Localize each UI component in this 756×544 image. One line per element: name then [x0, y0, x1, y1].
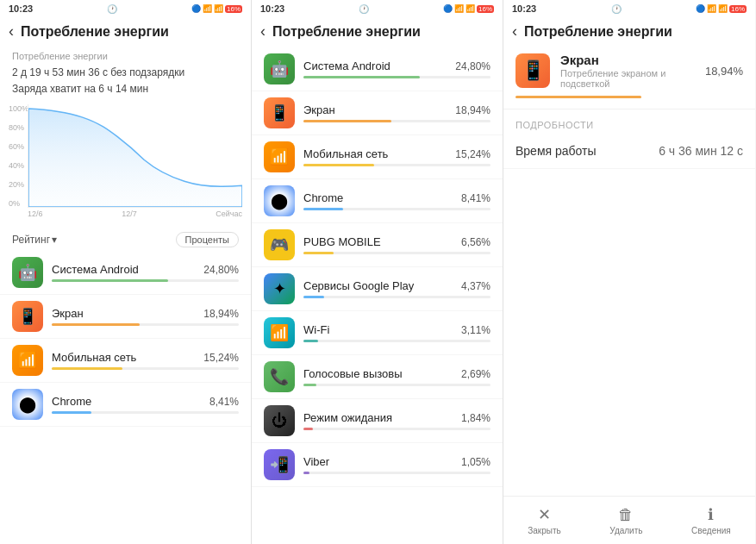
list-item[interactable]: 📱 Экран 18,94%	[252, 91, 503, 135]
list-item[interactable]: 📞 Голосовые вызовы 2,69%	[252, 355, 503, 399]
progress-bg-3	[52, 411, 239, 414]
app-info-7: Голосовые вызовы 2,69%	[303, 367, 490, 386]
app-icon-2: 📶	[264, 141, 295, 172]
app-icon-6: 📶	[264, 317, 295, 348]
progress-bg-1	[52, 323, 239, 326]
app-info-6: Wi-Fi 3,11%	[303, 323, 490, 342]
detail-app-icon: 📱	[515, 53, 550, 88]
app-icon-9: 📲	[264, 449, 295, 480]
detail-app-info: Экран Потребление экраном и подсветкой	[560, 53, 705, 89]
app-name-0: Система Android	[303, 59, 390, 72]
list-item[interactable]: 📶 Мобильная сеть 15,24%	[0, 339, 251, 383]
app-list-2: 🤖 Система Android 24,80% 📱 Экран 18,94%	[252, 47, 503, 544]
close-button[interactable]: ✕ Закрыть	[528, 505, 561, 535]
progress-bg-9	[303, 472, 490, 474]
status-icons-2: 🔵 📶 📶 16%	[443, 4, 494, 13]
list-item[interactable]: 📶 Wi-Fi 3,11%	[252, 311, 503, 355]
app-percent-3: 8,41%	[209, 396, 239, 408]
header-3: ‹ Потребление энергии	[503, 17, 755, 47]
list-item[interactable]: ✦ Сервисы Google Play 4,37%	[252, 267, 503, 311]
app-name-6: Wi-Fi	[303, 323, 329, 336]
app-name-row-6: Wi-Fi 3,11%	[303, 323, 490, 336]
list-item[interactable]: ⬤ Chrome 8,41%	[252, 179, 503, 223]
percent-button[interactable]: Проценты	[176, 232, 239, 247]
app-name-7: Голосовые вызовы	[303, 367, 403, 380]
app-icon-8: ⏻	[264, 405, 295, 436]
work-time-label: Время работы	[515, 144, 597, 158]
progress-fill-4	[303, 252, 334, 254]
app-info-9: Viber 1,05%	[303, 455, 490, 474]
progress-bg-2	[52, 367, 239, 370]
app-name-5: Сервисы Google Play	[303, 279, 414, 292]
info-icon: ℹ	[708, 505, 714, 524]
progress-fill-1	[303, 120, 391, 122]
list-item[interactable]: 📱 Экран 18,94%	[0, 295, 251, 339]
page-title-3: Потребление энергии	[524, 24, 672, 40]
list-item[interactable]: 📶 Мобильная сеть 15,24%	[252, 135, 503, 179]
list-item[interactable]: ⏻ Режим ожидания 1,84%	[252, 399, 503, 443]
app-info-4: PUBG MOBILE 6,56%	[303, 235, 490, 254]
y-label-40: 40%	[9, 161, 28, 170]
progress-fill-3	[52, 411, 91, 414]
header-2: ‹ Потребление энергии	[252, 17, 503, 47]
progress-bg-6	[303, 340, 490, 342]
list-item[interactable]: ⬤ Chrome 8,41%	[0, 383, 251, 427]
app-info-2: Мобильная сеть 15,24%	[303, 147, 490, 166]
progress-fill-5	[303, 296, 324, 298]
app-percent-8: 1,84%	[461, 412, 490, 424]
app-icon-1: 📱	[12, 301, 43, 332]
app-name-row-1: Экран 18,94%	[303, 103, 490, 116]
app-name-row-0: Система Android 24,80%	[303, 59, 490, 72]
list-item[interactable]: 🤖 Система Android 24,80%	[0, 251, 251, 295]
detail-app-header: 📱 Экран Потребление экраном и подсветкой…	[503, 47, 755, 96]
progress-fill-8	[303, 428, 313, 430]
back-button-1[interactable]: ‹	[9, 22, 14, 41]
y-label-80: 80%	[9, 123, 28, 132]
work-time-value: 6 ч 36 мин 12 с	[659, 144, 743, 158]
chart-svg-area	[28, 104, 242, 208]
progress-bg-2	[303, 164, 490, 166]
bluetooth-icon-2: 🔵	[443, 4, 453, 13]
app-list-1: 🤖 Система Android 24,80% 📱 Экран 18,94%	[0, 251, 251, 544]
wifi-icon-2: 📶	[465, 4, 475, 13]
app-name-row-2: Мобильная сеть 15,24%	[303, 147, 490, 160]
app-name-4: PUBG MOBILE	[303, 235, 381, 248]
app-percent-2: 15,24%	[203, 352, 239, 364]
list-item[interactable]: 🤖 Система Android 24,80%	[252, 47, 503, 91]
app-percent-7: 2,69%	[461, 368, 490, 380]
list-item[interactable]: 📲 Viber 1,05%	[252, 443, 503, 487]
status-bar-3: 10:23 🕐 🔵 📶 📶 16%	[503, 0, 755, 17]
info-button[interactable]: ℹ Сведения	[691, 505, 731, 535]
back-button-2[interactable]: ‹	[260, 22, 266, 41]
panel-3: 10:23 🕐 🔵 📶 📶 16% ‹ Потребление энергии …	[503, 0, 755, 544]
app-name-row-9: Viber 1,05%	[303, 455, 490, 468]
app-name-row-2: Мобильная сеть 15,24%	[52, 351, 239, 364]
delete-icon: 🗑	[618, 506, 634, 524]
back-button-3[interactable]: ‹	[512, 22, 517, 41]
list-item[interactable]: 🎮 PUBG MOBILE 6,56%	[252, 223, 503, 267]
app-info-0: Система Android 24,80%	[303, 59, 490, 78]
app-percent-5: 4,37%	[461, 280, 490, 292]
y-label-100: 100%	[9, 104, 28, 113]
delete-button[interactable]: 🗑 Удалить	[609, 506, 642, 535]
detail-progress-bar	[515, 96, 641, 98]
battery-line1: 2 д 19 ч 53 мин 36 с без подзарядки	[12, 65, 239, 81]
progress-bg-5	[303, 296, 490, 298]
x-label-1: 12/6	[28, 209, 43, 218]
app-name-row-7: Голосовые вызовы 2,69%	[303, 367, 490, 380]
signal-icon-2: 📶	[454, 4, 464, 13]
app-info-8: Режим ожидания 1,84%	[303, 411, 490, 430]
status-icons-3: 🔵 📶 📶 16%	[696, 4, 747, 13]
clock-icon-2: 🕐	[359, 4, 369, 14]
app-icon-3: ⬤	[264, 185, 295, 216]
app-info-1: Экран 18,94%	[52, 307, 239, 326]
signal-icon-3: 📶	[707, 4, 716, 13]
app-name-1: Экран	[303, 103, 335, 116]
wifi-icon: 📶	[214, 4, 223, 13]
page-title-2: Потребление энергии	[272, 24, 421, 40]
app-name-row-0: Система Android 24,80%	[52, 263, 239, 276]
progress-fill-1	[52, 323, 140, 326]
app-name-1: Экран	[52, 307, 84, 320]
time-2: 10:23	[260, 3, 284, 14]
rating-label: Рейтинг ▾	[12, 234, 57, 246]
